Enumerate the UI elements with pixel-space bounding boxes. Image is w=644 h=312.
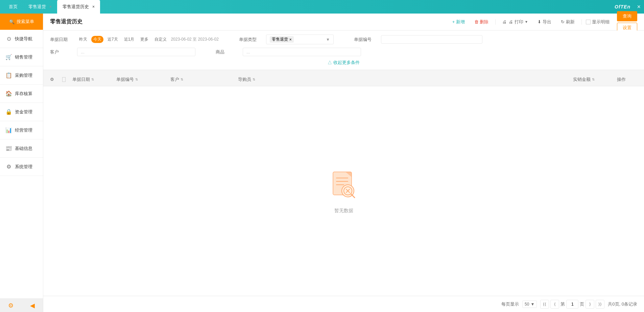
action-buttons-stack: 查询 设置 [617,11,637,33]
basic-info-icon: 📰 [5,145,12,152]
page-next-button[interactable]: ⟩ [586,300,594,309]
th-date[interactable]: 单据日期 ⇅ [69,76,113,83]
collapse-filter-button[interactable]: △ 收起更多条件 [328,60,360,66]
date-btn-custom[interactable]: 自定义 [152,36,169,43]
pagination-bar: 每页显示 50 ▼ ⟨⟨ ⟨ 第 页 ⟩ ⟩⟩ 共0页, 0条记录 [43,296,644,312]
sidebar-settings-icon[interactable]: ⚙ [8,302,14,309]
date-btn-7days[interactable]: 近7天 [105,36,120,43]
sidebar-item-basic-info[interactable]: 📰 基础信息 [0,139,43,158]
th-amount-sort-icon: ⇅ [592,77,595,81]
sidebar-item-quick-nav[interactable]: ⊙ 快捷导航 [0,30,43,48]
empty-text: 暂无数据 [334,208,353,214]
type-tag-close-icon[interactable]: × [289,37,292,42]
refresh-button[interactable]: ↻ 刷新 [558,18,577,26]
sales-icon: 🛒 [5,54,12,61]
tab-retail-return-history[interactable]: 零售退货历史 × [57,0,100,14]
th-no[interactable]: 单据编号 ⇅ [113,76,167,83]
empty-state: 暂无数据 [43,86,644,296]
th-amount-label: 实销金额 [573,76,591,83]
th-guide-sort-icon: ⇅ [253,77,255,81]
operation-icon: 📊 [5,127,12,134]
quick-nav-icon: ⊙ [5,36,12,42]
tab-retail-return-close[interactable]: × [49,4,52,9]
sidebar-item-finance[interactable]: 🔒 资金管理 [0,103,43,121]
tab-retail-return-history-close[interactable]: × [92,4,95,9]
th-guide[interactable]: 导购员 ⇅ [235,76,570,83]
page-prev-button[interactable]: ⟨ [550,300,559,309]
th-no-label: 单据编号 [116,76,134,83]
sidebar-item-system[interactable]: ⚙ 系统管理 [0,158,43,176]
th-customer[interactable]: 客户 ⇅ [167,76,235,83]
date-btn-more[interactable]: 更多 [138,36,150,43]
search-menu-button[interactable]: 🔍 搜索菜单 [0,14,43,30]
refresh-icon: ↻ [561,19,565,24]
sidebar-item-inventory[interactable]: 🏠 库存核算 [0,85,43,103]
type-tag: 零售退货 × [270,36,294,43]
sidebar-item-operation[interactable]: 📊 经营管理 [0,121,43,139]
print-label: 🖨 打印 [509,19,523,25]
print-button[interactable]: 🖨 🖨 打印 ▼ [500,18,531,26]
goods-filter-label: 商品 [216,49,236,55]
no-filter-input[interactable] [381,35,482,44]
page-last-button[interactable]: ⟩⟩ [596,300,604,309]
search-menu-label: 搜索菜单 [17,19,34,25]
sidebar-bottom: ⚙ ◀ [0,298,43,312]
page-input[interactable] [566,300,578,309]
tab-retail-return-label: 零售退货 [28,4,46,10]
date-btn-yesterday[interactable]: 昨天 [77,36,89,43]
tab-home-label: 首页 [9,4,18,10]
sidebar-item-operation-label: 经营管理 [15,127,32,133]
th-checkbox[interactable] [59,77,69,82]
show-detail-checkbox[interactable] [586,20,591,24]
tab-retail-return[interactable]: 零售退货 × [23,0,57,14]
date-btn-today[interactable]: 今天 [91,36,103,43]
query-button[interactable]: 查询 [617,11,637,21]
th-checkbox-input[interactable] [62,77,66,82]
per-page-value: 50 [525,302,529,307]
page-unit: 页 [580,301,584,307]
purchase-icon: 📋 [5,72,12,79]
sidebar-item-finance-label: 资金管理 [15,109,32,115]
th-date-sort-icon: ⇅ [91,77,94,81]
customer-placeholder: ... [81,49,85,54]
page-label: 第 [560,301,565,307]
sidebar-item-inventory-label: 库存核算 [15,91,32,97]
search-icon: 🔍 [9,19,15,24]
show-detail-label: 显示明细 [592,19,610,25]
th-customer-sort-icon: ⇅ [181,77,183,81]
delete-button[interactable]: 🗑 删除 [472,18,492,26]
show-detail-toggle[interactable]: 显示明细 [586,19,610,25]
page-first-button[interactable]: ⟨⟨ [540,300,549,309]
table-area: ⚙ 单据日期 ⇅ 单据编号 ⇅ 客户 ⇅ 导购员 ⇅ 实销金额 ⇅ [43,73,644,312]
sidebar-item-basic-info-label: 基础信息 [15,146,32,152]
add-button[interactable]: + 新增 [450,18,468,26]
export-button[interactable]: ⬇ 导出 [535,18,554,26]
date-range-display: 2023-06-02 至 2023-06-02 [171,37,218,42]
refresh-label: 刷新 [566,19,575,25]
sidebar-item-purchase[interactable]: 📋 采购管理 [0,66,43,85]
customer-filter-select[interactable]: ... [77,48,195,56]
sidebar-item-system-label: 系统管理 [15,164,32,170]
inventory-icon: 🏠 [5,90,12,97]
per-page-dropdown-icon: ▼ [530,302,534,307]
window-close-button[interactable]: × [637,3,641,10]
tab-home[interactable]: 首页 [3,0,23,14]
sidebar-collapse-icon[interactable]: ◀ [30,302,35,309]
pagination-total: 共0页, 0条记录 [608,301,637,307]
export-icon: ⬇ [538,19,541,24]
th-gear[interactable]: ⚙ [47,77,59,82]
divider-2 [581,19,582,25]
no-filter-label: 单据编号 [354,37,374,43]
page-header: 零售退货历史 + 新增 🗑 删除 🖨 🖨 打印 ▼ ⬇ 导出 ↻ 刷新 显示明细 [43,14,644,30]
filter-row-2: 客户 ... 商品 ... [50,48,637,56]
header-actions: + 新增 🗑 删除 🖨 🖨 打印 ▼ ⬇ 导出 ↻ 刷新 显示明细 [450,11,637,33]
th-guide-label: 导购员 [238,76,251,83]
th-amount[interactable]: 实销金额 ⇅ [570,76,614,83]
tab-retail-return-history-label: 零售退货历史 [63,4,89,10]
goods-filter-select[interactable]: ... [243,48,361,56]
goods-placeholder: ... [246,49,250,54]
per-page-select[interactable]: 50 ▼ [522,300,537,308]
date-btn-1month[interactable]: 近1月 [122,36,137,43]
type-filter-select[interactable]: 零售退货 × ▼ [266,35,334,44]
sidebar-item-sales[interactable]: 🛒 销售管理 [0,48,43,66]
